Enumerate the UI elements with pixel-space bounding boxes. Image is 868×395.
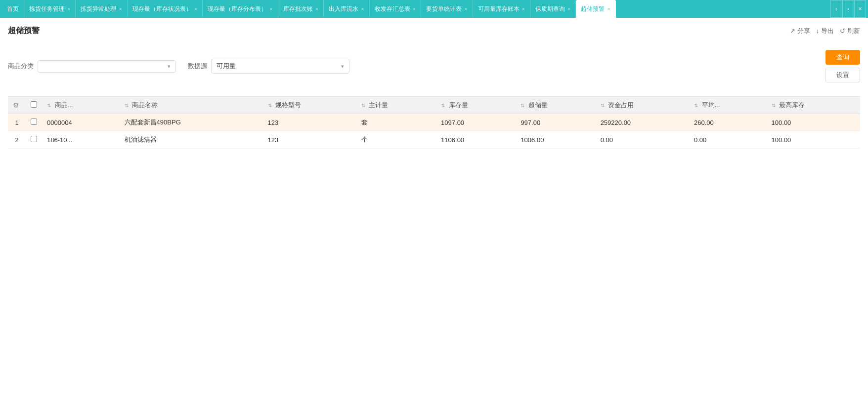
close-icon[interactable]: × bbox=[67, 6, 70, 12]
category-select[interactable]: ▾ bbox=[38, 60, 176, 73]
share-button[interactable]: ↗ 分享 bbox=[790, 27, 810, 36]
refresh-label: 刷新 bbox=[847, 27, 860, 36]
table-row: 1 0000004 六配套新昌490BPG 123 套 1097.00 997.… bbox=[8, 114, 860, 131]
nav-tab-abnormal[interactable]: 拣货异常处理× bbox=[76, 0, 127, 18]
nav-tab-task-mgmt[interactable]: 拣货任务管理× bbox=[24, 0, 76, 18]
close-icon[interactable]: × bbox=[607, 6, 610, 12]
cell-max-stock: 100.00 bbox=[767, 114, 860, 131]
cell-capital: 0.00 bbox=[596, 131, 689, 149]
select-all-checkbox[interactable] bbox=[31, 101, 37, 108]
table-header: ⚙ ⇅ 商品... ⇅ 商品名称 ⇅ 规格型号 ⇅ bbox=[8, 97, 860, 114]
nav-tab-inout-flow[interactable]: 出入库流水× bbox=[324, 0, 369, 18]
sort-icon: ⇅ bbox=[47, 103, 51, 108]
col-checkbox bbox=[26, 97, 42, 114]
sort-icon: ⇅ bbox=[601, 103, 605, 108]
refresh-button[interactable]: ↺ 刷新 bbox=[840, 27, 860, 36]
nav-arrow-close[interactable]: × bbox=[854, 0, 866, 18]
nav-tab-inventory-dist[interactable]: 现存量（库存分布表）× bbox=[203, 0, 278, 18]
nav-tab-home[interactable]: 首页 bbox=[2, 0, 24, 18]
datasource-label: 数据源 bbox=[188, 62, 207, 71]
export-icon: ↓ bbox=[816, 27, 820, 35]
datasource-arrow-icon: ▾ bbox=[341, 63, 344, 70]
refresh-icon: ↺ bbox=[840, 27, 845, 35]
row-num: 1 bbox=[8, 114, 26, 131]
nav-tab-order-stats[interactable]: 要货单统计表× bbox=[421, 0, 473, 18]
data-table: ⚙ ⇅ 商品... ⇅ 商品名称 ⇅ 规格型号 ⇅ bbox=[8, 96, 860, 149]
close-icon[interactable]: × bbox=[315, 6, 318, 12]
cell-spec: 123 bbox=[263, 114, 356, 131]
settings-button[interactable]: 设置 bbox=[825, 68, 860, 82]
nav-arrow-right[interactable]: › bbox=[842, 0, 854, 18]
share-label: 分享 bbox=[797, 27, 810, 36]
nav-arrow-left[interactable]: ‹ bbox=[830, 0, 842, 18]
cell-stock: 1106.00 bbox=[436, 131, 516, 149]
col-product-name[interactable]: ⇅ 商品名称 bbox=[120, 97, 263, 114]
export-label: 导出 bbox=[821, 27, 834, 36]
nav-tab-quality-check[interactable]: 保质期查询× bbox=[530, 0, 576, 18]
filter-row: 商品分类 ▾ 数据源 可用量 ▾ 查询 设置 bbox=[8, 44, 860, 88]
datasource-filter: 数据源 可用量 ▾ bbox=[188, 59, 349, 74]
close-icon[interactable]: × bbox=[194, 6, 197, 12]
category-filter: 商品分类 ▾ bbox=[8, 60, 176, 73]
top-nav: 首页拣货任务管理×拣货异常处理×现存量（库存状况表）×现存量（库存分布表）×库存… bbox=[0, 0, 868, 18]
col-settings: ⚙ bbox=[8, 97, 26, 114]
cell-overstock: 1006.00 bbox=[516, 131, 595, 149]
row-checkbox[interactable] bbox=[31, 118, 37, 125]
sort-icon: ⇅ bbox=[268, 103, 272, 108]
col-spec[interactable]: ⇅ 规格型号 bbox=[263, 97, 356, 114]
nav-tab-avail-account[interactable]: 可用量库存账本× bbox=[473, 0, 530, 18]
cell-product-name: 机油滤清器 bbox=[120, 131, 263, 149]
category-arrow-icon: ▾ bbox=[168, 63, 171, 70]
sort-icon: ⇅ bbox=[441, 103, 445, 108]
datasource-select[interactable]: 可用量 ▾ bbox=[211, 59, 349, 74]
cell-product-code: 0000004 bbox=[42, 114, 120, 131]
sort-icon: ⇅ bbox=[694, 103, 698, 108]
col-unit[interactable]: ⇅ 主计量 bbox=[356, 97, 436, 114]
cell-capital: 259220.00 bbox=[596, 114, 689, 131]
row-checkbox-cell bbox=[26, 131, 42, 149]
query-button[interactable]: 查询 bbox=[825, 50, 860, 65]
cell-spec: 123 bbox=[263, 131, 356, 149]
sort-icon: ⇅ bbox=[772, 103, 776, 108]
row-checkbox[interactable] bbox=[31, 136, 37, 142]
cell-overstock: 997.00 bbox=[516, 114, 595, 131]
cell-product-name: 六配套新昌490BPG bbox=[120, 114, 263, 131]
col-capital[interactable]: ⇅ 资金占用 bbox=[596, 97, 689, 114]
nav-tab-batch-account[interactable]: 库存批次账× bbox=[278, 0, 324, 18]
table-settings-icon[interactable]: ⚙ bbox=[13, 101, 19, 109]
cell-stock: 1097.00 bbox=[436, 114, 516, 131]
cell-avg: 0.00 bbox=[689, 131, 767, 149]
nav-tab-inventory-status[interactable]: 现存量（库存状况表）× bbox=[128, 0, 203, 18]
page-title: 超储预警 bbox=[8, 26, 40, 36]
page-content: 超储预警 ↗ 分享 ↓ 导出 ↺ 刷新 商品分类 ▾ 数据源 bbox=[0, 18, 868, 395]
close-icon[interactable]: × bbox=[361, 6, 364, 12]
close-icon[interactable]: × bbox=[522, 6, 525, 12]
datasource-value: 可用量 bbox=[217, 62, 236, 71]
col-product-code[interactable]: ⇅ 商品... bbox=[42, 97, 120, 114]
table-body: 1 0000004 六配套新昌490BPG 123 套 1097.00 997.… bbox=[8, 114, 860, 149]
nav-arrows: ‹ › × bbox=[830, 0, 866, 18]
cell-product-code: 186-10... bbox=[42, 131, 120, 149]
close-icon[interactable]: × bbox=[119, 6, 122, 12]
row-num: 2 bbox=[8, 131, 26, 149]
close-icon[interactable]: × bbox=[413, 6, 416, 12]
sort-icon: ⇅ bbox=[521, 103, 524, 108]
close-icon[interactable]: × bbox=[269, 6, 272, 12]
cell-unit: 套 bbox=[356, 114, 436, 131]
sort-icon: ⇅ bbox=[125, 103, 129, 108]
table-row: 2 186-10... 机油滤清器 123 个 1106.00 1006.00 … bbox=[8, 131, 860, 149]
filter-actions: 查询 设置 bbox=[825, 50, 860, 82]
col-max-stock[interactable]: ⇅ 最高库存 bbox=[767, 97, 860, 114]
col-avg[interactable]: ⇅ 平均... bbox=[689, 97, 767, 114]
col-overstock[interactable]: ⇅ 超储量 bbox=[516, 97, 595, 114]
share-icon: ↗ bbox=[790, 27, 795, 35]
export-button[interactable]: ↓ 导出 bbox=[816, 27, 834, 36]
close-icon[interactable]: × bbox=[464, 6, 467, 12]
row-checkbox-cell bbox=[26, 114, 42, 131]
cell-avg: 260.00 bbox=[689, 114, 767, 131]
col-stock[interactable]: ⇅ 库存量 bbox=[436, 97, 516, 114]
category-label: 商品分类 bbox=[8, 62, 34, 71]
close-icon[interactable]: × bbox=[567, 6, 570, 12]
nav-tab-recv-summary[interactable]: 收发存汇总表× bbox=[370, 0, 421, 18]
nav-tab-overstock-alert[interactable]: 超储预警× bbox=[576, 0, 615, 18]
